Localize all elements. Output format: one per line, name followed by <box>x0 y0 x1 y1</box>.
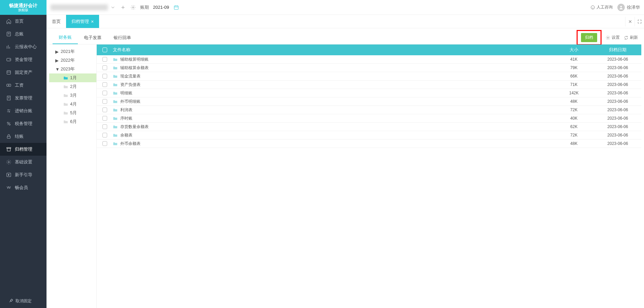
file-name: 余额表 <box>120 132 132 138</box>
row-checkbox[interactable] <box>102 65 107 70</box>
file-date: 2023-06-06 <box>594 141 641 146</box>
avatar-icon <box>617 4 625 11</box>
archive-button[interactable]: 归档 <box>581 33 597 42</box>
tree-month-2[interactable]: 2月 <box>49 82 96 91</box>
row-checkbox[interactable] <box>102 141 107 146</box>
caret-down-icon: ▼ <box>55 67 59 72</box>
brand-subtitle: 旗舰版 <box>18 8 28 12</box>
sidebar-item-inout[interactable]: 进销台账 <box>0 104 47 117</box>
tree-year-2021[interactable]: ▶2021年 <box>49 47 96 56</box>
row-checkbox[interactable] <box>102 57 107 62</box>
tree-year-label: 2021年 <box>61 49 75 55</box>
svg-point-4 <box>10 59 10 60</box>
user-menu[interactable]: 徐泽华 <box>617 4 640 11</box>
row-checkbox[interactable] <box>102 107 107 112</box>
refresh-link[interactable]: 刷新 <box>624 35 638 40</box>
sidebar-item-close[interactable]: 结账 <box>0 130 47 143</box>
sidebar-item-guide[interactable]: 新手引导 <box>0 168 47 181</box>
file-name: 现金流量表 <box>120 73 141 79</box>
period-value[interactable]: 2021-09 <box>153 5 169 10</box>
row-checkbox[interactable] <box>102 91 107 95</box>
tree-year-2022[interactable]: ▶2022年 <box>49 56 96 65</box>
tree-year-2023[interactable]: ▼2023年 <box>49 65 96 73</box>
folder-icon <box>63 93 68 97</box>
file-size: 142K <box>554 91 594 95</box>
folder-icon <box>63 76 68 80</box>
row-checkbox[interactable] <box>102 116 107 121</box>
file-size: 72K <box>554 133 594 137</box>
tree-month-4[interactable]: 4月 <box>49 100 96 109</box>
subtab-label: 银行回单 <box>114 35 131 41</box>
sidebar-item-label: 云报表中心 <box>15 44 37 50</box>
close-all-tabs-button[interactable] <box>625 17 635 26</box>
table-row[interactable]: 外币余额表48K2023-06-06 <box>97 140 641 148</box>
tree-month-1[interactable]: 1月 <box>49 73 96 82</box>
sidebar-item-reports[interactable]: 云报表中心 <box>0 40 47 53</box>
table-row[interactable]: 余额表72K2023-06-06 <box>97 131 641 140</box>
money-icon <box>6 83 11 88</box>
table-row[interactable]: 存货数量余额表62K2023-06-06 <box>97 123 641 131</box>
table-row[interactable]: 现金流量表66K2023-06-06 <box>97 72 641 81</box>
table-row[interactable]: 外币明细账48K2023-06-06 <box>97 97 641 106</box>
sidebar-item-invoice[interactable]: 发票管理 <box>0 92 47 104</box>
svg-point-18 <box>8 161 9 163</box>
sidebar-unpin[interactable]: 取消固定 <box>0 294 47 308</box>
select-all-checkbox[interactable] <box>102 48 107 52</box>
sidebar-item-assets[interactable]: 固定资产 <box>0 66 47 79</box>
sidebar-item-settings[interactable]: 基础设置 <box>0 156 47 168</box>
calendar-icon[interactable] <box>173 4 179 10</box>
tab-home[interactable]: 首页 <box>47 15 66 28</box>
folder-icon <box>113 74 118 78</box>
row-checkbox[interactable] <box>102 82 107 87</box>
folder-icon <box>113 108 118 112</box>
subtab-bank[interactable]: 银行回单 <box>108 31 137 44</box>
sidebar-item-ledger[interactable]: 总账 <box>0 28 47 40</box>
svg-point-27 <box>591 5 595 9</box>
sidebar-item-funds[interactable]: 资金管理 <box>0 53 47 66</box>
file-date: 2023-06-06 <box>594 116 641 121</box>
gear-icon[interactable] <box>130 4 136 10</box>
close-icon[interactable]: × <box>91 19 94 24</box>
tab-archive[interactable]: 归档管理 × <box>66 15 99 28</box>
file-date: 2023-06-06 <box>594 107 641 112</box>
col-date-header: 归档日期 <box>609 47 626 52</box>
file-date: 2023-06-06 <box>594 133 641 137</box>
table-row[interactable]: 利润表72K2023-06-06 <box>97 106 641 114</box>
tree-month-3[interactable]: 3月 <box>49 91 96 100</box>
svg-rect-7 <box>7 84 11 87</box>
sidebar-item-salary[interactable]: 工资 <box>0 79 47 92</box>
sidebar-item-label: 畅会员 <box>15 185 28 191</box>
sidebar-item-archive[interactable]: 归档管理 <box>0 143 47 156</box>
fullscreen-button[interactable] <box>635 17 644 26</box>
tree-month-5[interactable]: 5月 <box>49 109 96 117</box>
row-checkbox[interactable] <box>102 99 107 104</box>
row-checkbox[interactable] <box>102 133 107 137</box>
table-row[interactable]: 辅助核算余额表79K2023-06-06 <box>97 64 641 72</box>
plus-icon[interactable] <box>120 4 126 10</box>
table-row[interactable]: 序时账40K2023-06-06 <box>97 114 641 123</box>
sidebar-item-tax[interactable]: 税务管理 <box>0 117 47 130</box>
consult-button[interactable]: 人工咨询 <box>590 4 613 10</box>
table-row[interactable]: 明细账142K2023-06-06 <box>97 89 641 97</box>
tree-month-label: 4月 <box>70 101 77 107</box>
company-selector[interactable] <box>51 4 116 10</box>
row-checkbox[interactable] <box>102 124 107 129</box>
file-size: 66K <box>554 74 594 79</box>
sidebar-item-label: 固定资产 <box>15 69 32 75</box>
table-row[interactable]: 资产负债表71K2023-06-06 <box>97 81 641 89</box>
settings-link[interactable]: 设置 <box>606 35 620 40</box>
chevron-down-icon <box>110 4 116 10</box>
table-row[interactable]: 辅助核算明细账41K2023-06-06 <box>97 55 641 64</box>
row-checkbox[interactable] <box>102 74 107 79</box>
sidebar-item-vip[interactable]: 畅会员 <box>0 181 47 194</box>
sidebar-item-home[interactable]: 首页 <box>0 15 47 28</box>
tree-month-6[interactable]: 6月 <box>49 117 96 126</box>
sidebar-item-label: 进销台账 <box>15 108 32 114</box>
subtab-finance[interactable]: 财务账 <box>53 31 78 44</box>
tree-year-label: 2023年 <box>61 66 75 72</box>
company-name-blurred <box>51 4 108 10</box>
folder-icon <box>113 125 118 129</box>
period-label: 账期 <box>140 4 149 10</box>
file-name: 辅助核算余额表 <box>120 65 149 71</box>
subtab-einvoice[interactable]: 电子发票 <box>78 31 108 44</box>
